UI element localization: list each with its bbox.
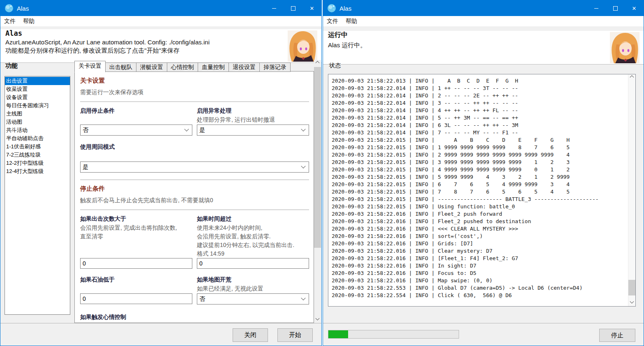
sidebar-item[interactable]: 12-2打中型练级 (5, 159, 70, 167)
section-subtitle: 需要运行一次来保存选项 (80, 89, 309, 96)
minimize-icon (272, 8, 276, 9)
alas-logo-icon (327, 4, 336, 13)
sidebar-item[interactable]: 共斗活动 (5, 126, 70, 134)
loop-mode-select[interactable]: 是 (80, 161, 309, 173)
footer-bar: 关闭 开始 (0, 323, 321, 346)
if-oil-input[interactable] (80, 293, 192, 304)
scroll-up-icon[interactable] (314, 60, 321, 67)
function-list: 出击设置收菜设置设备设置每日任务困难演习主线图活动图共斗活动半自动辅助点击1-1… (5, 76, 70, 315)
titlebar: Alas ✕ (323, 0, 644, 16)
app-subtitle: AzurLaneAutoScript, An Azur Lane automat… (5, 39, 321, 46)
log-line: 2020-09-03 21:58:22.015 | INFO | 4 9999 … (332, 166, 627, 173)
log-line: 2020-09-03 21:58:22.016 | INFO | sort=('… (332, 233, 627, 240)
chevron-down-icon (184, 127, 189, 131)
log-lines: 2020-09-03 21:58:22.013 | INFO | A B C D… (332, 77, 627, 299)
sidebar-item[interactable]: 每日任务困难演习 (5, 101, 70, 110)
if-count-input[interactable] (80, 258, 192, 269)
avatar (610, 32, 639, 63)
if-time-input[interactable] (197, 258, 309, 269)
app-note: 功能都是分别保存和运行的, 修改设置后别忘了点击"开始"来保存 (5, 47, 321, 55)
chevron-down-icon (301, 127, 305, 131)
log-line: 2020-09-03 21:58:22.554 | INFO | Click (… (332, 292, 627, 299)
chevron-down-icon (301, 295, 305, 300)
start-button[interactable]: 开始 (277, 328, 313, 342)
menu-item[interactable]: 帮助 (342, 18, 361, 25)
section-subtitle: 触发后不会马上停止会先完成当前出击, 不需要就填0 (80, 197, 309, 204)
minimize-button[interactable] (265, 0, 284, 16)
content-scrollbar[interactable] (314, 60, 321, 323)
footer-bar: 停止 (323, 323, 644, 346)
sidebar-item[interactable]: 12-4打大型练级 (5, 167, 70, 175)
maximize-icon (613, 6, 618, 11)
log-line: 2020-09-03 21:58:22.016 | INFO | Grids: … (332, 240, 627, 247)
close-icon: ✕ (310, 6, 314, 11)
log-scrollbar[interactable] (628, 74, 635, 306)
log-line: 2020-09-03 21:58:22.014 | INFO | 1 ++ --… (332, 85, 627, 92)
log-line: 2020-09-03 21:58:22.016 | INFO | Fleet_2… (332, 210, 627, 218)
scrollbar-thumb[interactable] (628, 280, 635, 295)
tab[interactable]: 退役设置 (229, 62, 260, 72)
field-label: 如果地图开荒 (197, 276, 309, 283)
field-desc (80, 115, 192, 125)
sidebar-item[interactable]: 活动图 (5, 118, 70, 126)
settings-window: Alas ✕ 文件帮助 Alas AzurLaneAutoScript, An … (0, 0, 322, 346)
scrollbar-thumb[interactable] (314, 67, 321, 248)
maximize-button[interactable] (284, 0, 302, 16)
field-desc: 如果已经满足, 无视此设置 (197, 284, 309, 293)
close-button[interactable]: ✕ (302, 0, 321, 16)
menubar: 文件帮助 (0, 16, 321, 27)
log-line: 2020-09-03 21:58:22.014 | INFO | 5 -- ++… (332, 114, 627, 122)
runner-window: Alas ✕ 文件帮助 运行中 Alas 运行中。 状态 2020-09-03 … (323, 0, 644, 346)
close-dialog-button[interactable]: 关闭 (233, 328, 268, 342)
stop-button[interactable]: 停止 (599, 329, 635, 342)
log-line: 2020-09-03 21:58:22.014 | INFO | 3 -- --… (332, 99, 627, 107)
select-value: 否 (199, 295, 205, 303)
app-header: Alas AzurLaneAutoScript, An Azur Lane au… (0, 29, 321, 63)
sidebar-item[interactable]: 7-2三战拣垃圾 (5, 151, 70, 159)
log-line: 2020-09-03 21:58:22.016 | INFO | <<< CLE… (332, 225, 627, 233)
sidebar-item[interactable]: 主线图 (5, 110, 70, 118)
close-button[interactable]: ✕ (625, 0, 644, 16)
tab[interactable]: 关卡设置 (74, 61, 106, 72)
scroll-down-icon[interactable] (314, 316, 321, 323)
log-line: 2020-09-03 21:58:22.013 | INFO | A B C D… (332, 77, 627, 85)
if-map-select[interactable]: 否 (197, 293, 309, 304)
app-header: 运行中 Alas 运行中。 (323, 31, 644, 65)
sidebar-item[interactable]: 半自动辅助点击 (5, 134, 70, 143)
minimize-button[interactable] (587, 0, 606, 16)
divider (80, 210, 309, 210)
tab[interactable]: 出击舰队 (106, 62, 136, 72)
log-line: 2020-09-03 21:58:22.015 | INFO | A B C D… (332, 136, 627, 144)
run-status-line: Alas 运行中。 (328, 42, 644, 49)
sidebar-title: 功能 (5, 62, 18, 70)
enable-exception-select[interactable]: 是 (197, 125, 309, 136)
maximize-icon (291, 6, 295, 11)
menubar: 文件帮助 (323, 16, 644, 27)
app-title: Alas (5, 29, 321, 37)
sidebar-item[interactable]: 出击设置 (5, 77, 70, 85)
log-line: 2020-09-03 21:58:22.016 | INFO | Map swi… (332, 277, 627, 284)
log-line: 2020-09-03 21:58:22.015 | INFO | 5 9999 … (332, 173, 627, 181)
divider (80, 101, 309, 102)
sidebar-item[interactable]: 1-1伏击刷好感 (5, 143, 70, 151)
field-desc: 使用未来24小时内的时间,会沿用先前设置, 触发后清零.建议提前10分钟左右, … (197, 224, 309, 258)
log-line: 2020-09-03 21:58:22.015 | INFO | 3 9999 … (332, 159, 627, 166)
maximize-button[interactable] (606, 0, 625, 16)
sidebar-item[interactable]: 设备设置 (5, 93, 70, 101)
menu-item[interactable]: 帮助 (19, 18, 38, 25)
sidebar-item[interactable]: 收菜设置 (5, 85, 70, 93)
menu-item[interactable]: 文件 (323, 18, 342, 25)
tab[interactable]: 潜艇设置 (136, 62, 167, 72)
tab[interactable]: 心情控制 (167, 62, 198, 72)
enable-stop-select[interactable]: 否 (80, 125, 192, 136)
menu-item[interactable]: 文件 (0, 18, 19, 25)
alas-logo-icon (5, 4, 14, 13)
select-value: 否 (83, 127, 88, 134)
scroll-up-icon[interactable] (628, 74, 635, 81)
scroll-down-icon[interactable] (628, 299, 635, 306)
tab[interactable]: 血量控制 (198, 62, 229, 72)
tab[interactable]: 掉落记录 (260, 62, 291, 72)
log-line: 2020-09-03 21:58:22.015 | INFO | 7 8 7 6… (332, 188, 627, 196)
log-line: 2020-09-03 21:58:22.014 | INFO | 6 3L --… (332, 122, 627, 129)
tabstrip: 关卡设置出击舰队潜艇设置心情控制血量控制退役设置掉落记录 (74, 61, 291, 72)
